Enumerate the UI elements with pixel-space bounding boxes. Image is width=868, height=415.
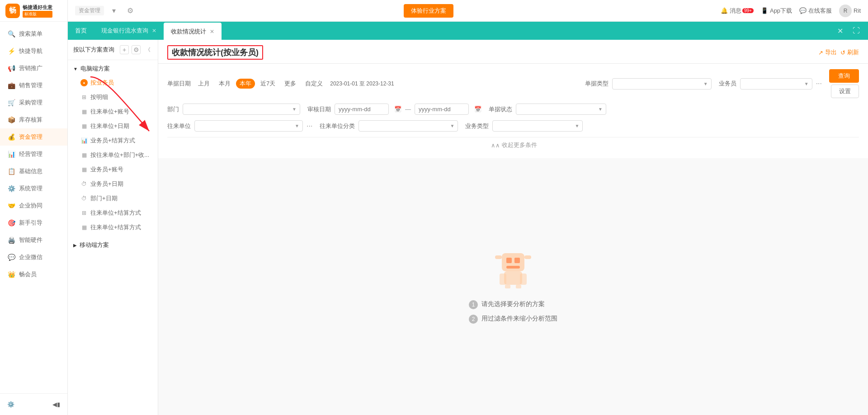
collapse-bar[interactable]: ∧∧ 收起更多条件: [167, 137, 859, 153]
grid-icon-2: ⊞: [80, 209, 88, 217]
sidebar: 畅 畅捷通好生意 标准版 🔍 搜索菜单 ⚡ 快捷导航 📢 营销推广 💼 销售管理: [0, 0, 68, 415]
search-menu-icon: 🔍: [7, 30, 15, 38]
partner-select[interactable]: [194, 120, 303, 132]
doc-type-select[interactable]: [612, 78, 712, 90]
sidebar-bottom: ⚙️ ◀▮: [0, 393, 67, 415]
tab-maximize-btn[interactable]: ⛶: [850, 24, 863, 37]
beginner-icon: 🎯: [7, 219, 15, 227]
sidebar-item-beginner[interactable]: 🎯 新手引导: [0, 214, 67, 231]
scheme-partner-account[interactable]: ▦ 往来单位+账号: [68, 104, 158, 119]
scheme-partner-payment1[interactable]: ⊞ 往来单位+结算方式: [68, 206, 158, 220]
date-tab-last-7days[interactable]: 近7天: [257, 79, 279, 89]
tab-close-all-btn[interactable]: ✕: [834, 24, 846, 37]
scheme-staff-payment[interactable]: 📊 业务员+结算方式: [68, 133, 158, 148]
sidebar-collapse-btn[interactable]: ◀▮: [52, 399, 60, 410]
partner-more-btn[interactable]: ···: [307, 122, 312, 130]
clock-icon-2: ⏱: [80, 195, 88, 202]
sidebar-item-operation[interactable]: 📊 经营管理: [0, 146, 67, 163]
scheme-staff-date[interactable]: ⏱ 业务员+日期: [68, 177, 158, 191]
sidebar-item-search-menu[interactable]: 🔍 搜索菜单: [0, 25, 67, 42]
export-btn[interactable]: ↗ 导出: [818, 48, 837, 57]
collapse-panel-btn[interactable]: 《: [143, 45, 152, 54]
scheme-by-detail[interactable]: ⊞ 按明细: [68, 90, 158, 104]
quick-nav-icon: ⚡: [7, 47, 15, 55]
left-panel: 按以下方案查询 + ⚙ 《 ▼ 电脑端方案 ● 按业务员: [68, 40, 158, 415]
marketing-icon: 📢: [7, 64, 15, 72]
filter-settings-btn[interactable]: 设置: [831, 85, 859, 98]
page-header: 收款情况统计(按业务员) ↗ 导出 ↺ 刷新: [158, 40, 868, 64]
sidebar-item-marketing[interactable]: 📢 营销推广: [0, 60, 67, 77]
sidebar-item-wechat[interactable]: 💬 企业微信: [0, 249, 67, 266]
date-tab-this-year[interactable]: 本年: [236, 79, 255, 89]
sidebar-item-purchase[interactable]: 🛒 采购管理: [0, 94, 67, 111]
partner-category-select[interactable]: [359, 120, 458, 132]
desktop-schemes: ▼ 电脑端方案 ● 按业务员 ⊞ 按明细 ▦ 往来单位+账号: [68, 60, 158, 236]
scheme-partner-payment2[interactable]: ▦ 往来单位+结算方式: [68, 220, 158, 235]
staff-select[interactable]: [740, 78, 812, 90]
tab-receipt-stats-close[interactable]: ✕: [210, 28, 214, 35]
settings-icon[interactable]: ⚙: [124, 5, 137, 17]
sidebar-item-sales[interactable]: 💼 销售管理: [0, 77, 67, 94]
content-area: 按以下方案查询 + ⚙ 《 ▼ 电脑端方案 ● 按业务员: [68, 40, 868, 415]
scheme-by-staff[interactable]: ● 按业务员: [68, 75, 158, 90]
staff-more-btn[interactable]: ···: [816, 80, 822, 88]
date-tab-last-month[interactable]: 上月: [194, 79, 213, 89]
scheme-settings-btn[interactable]: ⚙: [132, 45, 141, 54]
add-scheme-btn[interactable]: +: [120, 45, 129, 54]
scheme-dept-date[interactable]: ⏱ 部门+日期: [68, 191, 158, 206]
sidebar-item-capital[interactable]: 💰 资金管理: [0, 128, 67, 146]
tab-receipt-stats[interactable]: 收款情况统计 ✕: [164, 23, 222, 41]
sidebar-item-basic-info[interactable]: 📋 基础信息: [0, 163, 67, 180]
service-icon: 💬: [799, 7, 807, 14]
sales-icon: 💼: [7, 81, 15, 90]
desktop-section-header[interactable]: ▼ 电脑端方案: [68, 62, 158, 75]
sidebar-item-quick-nav[interactable]: ⚡ 快捷导航: [0, 42, 67, 60]
query-btn[interactable]: 查询: [829, 69, 859, 83]
svg-rect-1: [506, 258, 512, 263]
sidebar-nav: 🔍 搜索菜单 ⚡ 快捷导航 📢 营销推广 💼 销售管理 🛒 采购管理 📦: [0, 22, 67, 393]
dropdown-icon[interactable]: ▾: [108, 5, 120, 17]
sidebar-item-smart-hw[interactable]: 🖨️ 智能硬件: [0, 231, 67, 249]
mobile-section-header[interactable]: ▶ 移动端方案: [68, 238, 158, 252]
date-tab-custom[interactable]: 自定义: [302, 79, 326, 89]
cal-icon-1[interactable]: 📅: [394, 106, 401, 113]
scheme-partner-dept-receipt[interactable]: ▦ 按往来单位+部门+收...: [68, 148, 158, 162]
tab-home[interactable]: 首页: [68, 22, 94, 40]
chart-icon: 📊: [80, 137, 88, 144]
refresh-btn[interactable]: ↺ 刷新: [840, 48, 859, 57]
dept-select[interactable]: [183, 104, 300, 115]
empty-tip-2: 2 用过滤条件来缩小分析范围: [469, 315, 557, 324]
chevron-right-icon: ▶: [73, 243, 77, 248]
doc-type-filter: 单据类型: [585, 78, 712, 90]
topbar: 资金管理 ▾ ⚙ 体验行业方案 🔔 消息 99+ 📱 App下载 💬: [68, 0, 868, 22]
sidebar-item-enterprise[interactable]: 🤝 企业协同: [0, 197, 67, 214]
partner-category-filter: 往来单位分类: [320, 120, 458, 132]
date-tab-this-month[interactable]: 本月: [215, 79, 234, 89]
user-area[interactable]: R Rit: [839, 5, 861, 17]
trial-btn[interactable]: 体验行业方案: [404, 4, 453, 18]
tab-bank-flow-close[interactable]: ✕: [152, 28, 156, 34]
doc-status-select[interactable]: [516, 104, 606, 115]
online-service-btn[interactable]: 💬 在线客服: [799, 7, 832, 15]
sidebar-item-inventory[interactable]: 📦 库存核算: [0, 111, 67, 128]
review-date-from[interactable]: [335, 104, 389, 115]
date-tabs: 上月 本月 本年 近7天 更多 自定义: [194, 79, 326, 89]
app-download-btn[interactable]: 📱 App下载: [761, 7, 792, 15]
grid-icon: ⊞: [80, 94, 88, 101]
tabbar: 首页 现金银行流水查询 ✕ 收款情况统计 ✕ ✕ ⛶: [68, 22, 868, 40]
business-type-select[interactable]: [492, 120, 583, 132]
review-date-to[interactable]: [415, 104, 469, 115]
sidebar-item-system[interactable]: ⚙️ 系统管理: [0, 180, 67, 197]
svg-rect-6: [504, 271, 522, 285]
notification-btn[interactable]: 🔔 消息 99+: [721, 7, 754, 15]
basic-info-icon: 📋: [7, 167, 15, 175]
cal-icon-2[interactable]: 📅: [474, 106, 481, 113]
partner-filter: 往来单位 ···: [167, 120, 312, 132]
scheme-partner-date[interactable]: ▦ 往来单位+日期: [68, 119, 158, 133]
scheme-staff-account[interactable]: ▦ 业务员+账号: [68, 162, 158, 177]
date-tab-more[interactable]: 更多: [281, 79, 300, 89]
tab-bank-flow[interactable]: 现金银行流水查询 ✕: [94, 22, 164, 40]
sidebar-settings-btn[interactable]: ⚙️: [7, 399, 14, 410]
logo-text: 畅捷通好生意 标准版: [23, 4, 52, 18]
sidebar-item-member[interactable]: 👑 畅会员: [0, 266, 67, 283]
